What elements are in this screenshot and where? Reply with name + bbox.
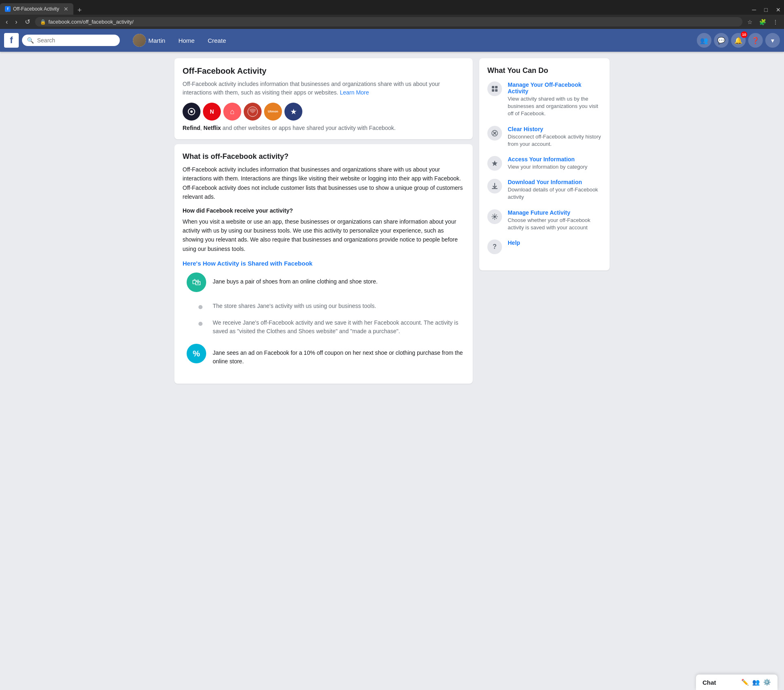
notification-badge: 10 xyxy=(741,31,747,38)
content-left: Off-Facebook Activity Off-Facebook activ… xyxy=(174,58,473,384)
access-info-icon xyxy=(487,156,502,171)
bookmark-button[interactable]: ☆ xyxy=(745,17,755,27)
search-box[interactable]: 🔍 xyxy=(22,35,120,46)
active-tab[interactable]: f Off-Facebook Activity ✕ xyxy=(0,3,73,15)
manage-off-facebook-link[interactable]: Manage Your Off-Facebook Activity xyxy=(508,81,581,94)
maximize-button[interactable]: □ xyxy=(761,5,771,15)
svg-point-10 xyxy=(493,215,496,218)
user-name: Martin xyxy=(148,37,165,44)
netflix-icon: N xyxy=(203,103,221,121)
manage-future-content: Manage Future Activity Choose whether yo… xyxy=(508,209,601,231)
clear-history-content: Clear History Disconnect off-Facebook ac… xyxy=(508,126,601,148)
clear-history-link[interactable]: Clear History xyxy=(508,126,543,132)
timeline-step-3: We receive Jane's off-Facebook activity … xyxy=(187,319,465,336)
tab-favicon: f xyxy=(5,6,11,12)
explainer-title: What is off-Facebook activity? xyxy=(183,152,465,161)
facebook-navbar: f 🔍 Martin Home Create 👥 💬 🔔 10 ❓ ▾ xyxy=(0,29,784,52)
help-link[interactable]: Help xyxy=(508,240,520,246)
download-icon xyxy=(487,179,502,193)
minimize-button[interactable]: ─ xyxy=(749,5,760,15)
tab-close-button[interactable]: ✕ xyxy=(64,6,68,12)
notifications-container: 🔔 10 xyxy=(731,33,746,48)
search-input[interactable] xyxy=(37,37,115,44)
forward-button[interactable]: › xyxy=(13,17,20,27)
help-content: Help xyxy=(508,240,601,246)
step4-icon-wrap: % xyxy=(187,344,206,363)
reload-button[interactable]: ↺ xyxy=(22,16,33,27)
blue-app-icon: ★ xyxy=(284,103,302,121)
sports-icon xyxy=(244,103,262,121)
timeline-step-1: 🛍 Jane buys a pair of shoes from an onli… xyxy=(187,272,465,292)
step2-dot xyxy=(198,305,203,309)
sidebar-item-help: ? Help xyxy=(487,240,601,254)
account-menu-button[interactable]: ▾ xyxy=(765,33,780,48)
activity-summary-text: Refind, Netflix and other websites or ap… xyxy=(183,125,465,131)
home-link[interactable]: Home xyxy=(175,35,198,46)
access-information-link[interactable]: Access Your Information xyxy=(508,156,575,163)
close-button[interactable]: ✕ xyxy=(773,5,784,15)
create-link[interactable]: Create xyxy=(205,35,229,46)
timeline-step-2: The store shares Jane's activity with us… xyxy=(187,302,465,310)
manage-item-content: Manage Your Off-Facebook Activity View a… xyxy=(508,81,601,118)
browser-actions: ☆ 🧩 ⋮ xyxy=(745,17,781,27)
friends-icon-button[interactable]: 👥 xyxy=(697,33,711,48)
sidebar-item-future: Manage Future Activity Choose whether yo… xyxy=(487,209,601,231)
download-info-desc: Download details of your off-Facebook ac… xyxy=(508,186,601,201)
sidebar-item-download: Download Your Information Download detai… xyxy=(487,179,601,201)
step2-text: The store shares Jane's activity with us… xyxy=(213,302,376,310)
step1-icon-wrap: 🛍 xyxy=(187,272,206,292)
nav-right: 👥 💬 🔔 10 ❓ ▾ xyxy=(697,33,780,48)
back-button[interactable]: ‹ xyxy=(3,17,10,27)
sidebar-title: What You Can Do xyxy=(487,66,601,75)
tab-title: Off-Facebook Activity xyxy=(13,6,61,12)
access-info-desc: View your information by category xyxy=(508,163,601,171)
manage-icon xyxy=(487,81,502,96)
timeline-step-4: % Jane sees an ad on Facebook for a 10% … xyxy=(187,344,465,366)
new-tab-button[interactable]: + xyxy=(73,6,86,15)
step1-text: Jane buys a pair of shoes from an online… xyxy=(213,272,378,286)
svg-rect-6 xyxy=(495,89,498,92)
fb-logo: f xyxy=(4,33,19,48)
activity-section-title: Here's How Activity is Shared with Faceb… xyxy=(183,260,465,267)
user-profile-link[interactable]: Martin xyxy=(130,32,169,48)
browser-tab-bar: f Off-Facebook Activity ✕ + ─ □ ✕ xyxy=(0,0,784,15)
search-container: 🔍 xyxy=(22,35,120,46)
address-bar-container[interactable]: 🔒 xyxy=(35,17,742,26)
utmon-icon: Utmon xyxy=(264,103,282,121)
extensions-button[interactable]: 🧩 xyxy=(757,17,769,27)
nav-links: Martin Home Create xyxy=(130,32,229,48)
explainer-card: What is off-Facebook activity? Off-Faceb… xyxy=(174,144,473,384)
step3-dot xyxy=(198,322,203,326)
browser-menu-button[interactable]: ⋮ xyxy=(770,17,781,27)
step4-icon: % xyxy=(187,344,206,363)
right-sidebar: What You Can Do Manage Your Off-Facebook… xyxy=(479,58,610,270)
step1-icon: 🛍 xyxy=(187,272,206,292)
svg-rect-5 xyxy=(492,89,494,92)
search-icon: 🔍 xyxy=(27,37,34,44)
how-received-heading: How did Facebook receive your activity? xyxy=(183,207,465,214)
explainer-paragraph1: Off-Facebook activity includes informati… xyxy=(183,165,465,202)
user-avatar xyxy=(133,34,146,47)
download-information-link[interactable]: Download Your Information xyxy=(508,179,582,185)
avatar-image xyxy=(133,34,146,47)
messenger-icon-button[interactable]: 💬 xyxy=(714,33,729,48)
access-info-content: Access Your Information View your inform… xyxy=(508,156,601,171)
manage-off-facebook-desc: View activity shared with us by the busi… xyxy=(508,95,601,118)
learn-more-link[interactable]: Learn More xyxy=(340,89,369,96)
manage-future-link[interactable]: Manage Future Activity xyxy=(508,209,570,216)
activity-timeline: 🛍 Jane buys a pair of shoes from an onli… xyxy=(183,272,465,366)
card-description: Off-Facebook activity includes informati… xyxy=(183,80,465,97)
svg-point-1 xyxy=(190,110,193,113)
address-input[interactable] xyxy=(48,19,738,25)
help-icon-button[interactable]: ❓ xyxy=(748,33,763,48)
activity-suffix: and other websites or apps have shared y… xyxy=(221,125,396,131)
step4-text: Jane sees an ad on Facebook for a 10% of… xyxy=(213,344,465,366)
refind-icon xyxy=(183,103,200,121)
main-content: Off-Facebook Activity Off-Facebook activ… xyxy=(168,52,616,390)
browser-controls: ‹ › ↺ 🔒 ☆ 🧩 ⋮ xyxy=(0,15,784,29)
netflix-text: Netflix xyxy=(203,125,221,131)
app-icons-row: N ⌂ Utmon ★ xyxy=(183,103,465,121)
off-facebook-card: Off-Facebook Activity Off-Facebook activ… xyxy=(174,58,473,139)
help-icon: ? xyxy=(487,240,502,254)
manage-future-desc: Choose whether your off-Facebook activit… xyxy=(508,217,601,231)
